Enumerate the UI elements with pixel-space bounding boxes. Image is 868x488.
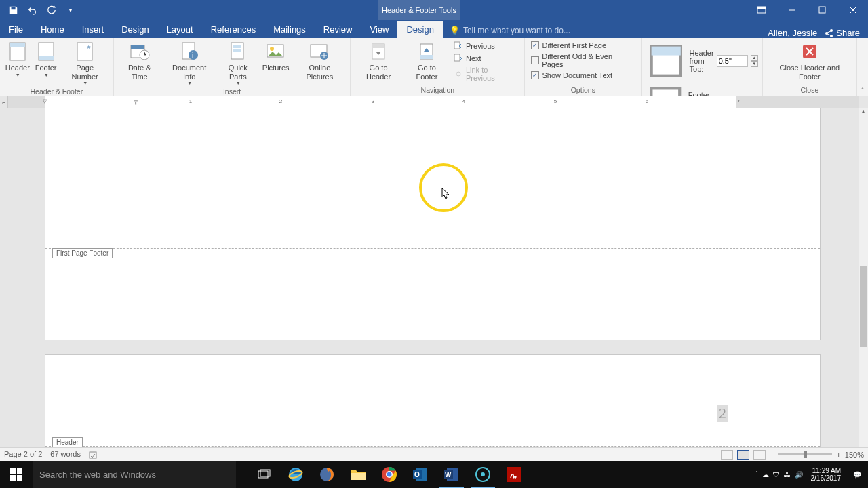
close-header-footer-button[interactable]: Close Header and Footer bbox=[766, 39, 854, 82]
document-area[interactable]: First Page Footer 2 Header Analysis of t… bbox=[0, 108, 868, 461]
ruler-number: 2 bbox=[279, 98, 282, 104]
page-number-field[interactable]: 2 bbox=[717, 405, 728, 422]
minimize-button[interactable] bbox=[776, 0, 807, 20]
word-icon[interactable]: W bbox=[437, 461, 467, 488]
page-2: 2 Header Analysis of the Flux Capacitor … bbox=[45, 354, 821, 461]
scrollbar-thumb[interactable] bbox=[860, 266, 867, 347]
show-doc-text-checkbox[interactable]: Show Document Text bbox=[529, 70, 637, 80]
header-label: Header bbox=[52, 437, 83, 447]
lightbulb-icon: 💡 bbox=[450, 26, 460, 35]
next-icon bbox=[454, 54, 463, 63]
proofing-icon[interactable] bbox=[89, 450, 98, 460]
date-time-button[interactable]: Date & Time bbox=[117, 39, 163, 82]
spinner[interactable]: ▲▼ bbox=[751, 55, 758, 67]
web-layout-button[interactable] bbox=[753, 450, 766, 460]
status-bar: Page 2 of 2 67 words − + 150% bbox=[0, 447, 868, 461]
next-button[interactable]: Next bbox=[452, 53, 520, 64]
goto-header-button[interactable]: Go to Header bbox=[353, 39, 403, 82]
notifications-icon[interactable]: 💬 bbox=[849, 471, 865, 479]
goto-footer-button[interactable]: Go to Footer bbox=[403, 39, 450, 82]
group-label-options: Options bbox=[528, 86, 638, 96]
maximize-button[interactable] bbox=[807, 0, 837, 20]
tab-home[interactable]: Home bbox=[32, 21, 73, 38]
zoom-level[interactable]: 150% bbox=[845, 451, 864, 459]
page-status[interactable]: Page 2 of 2 bbox=[4, 450, 42, 460]
horizontal-ruler[interactable]: ▽ ╦ 1234567 bbox=[8, 96, 859, 108]
start-button[interactable] bbox=[0, 461, 33, 488]
first-page-footer-zone[interactable]: First Page Footer bbox=[45, 248, 820, 340]
checkbox-icon bbox=[531, 56, 539, 64]
qat-customize-icon[interactable]: ▾ bbox=[62, 2, 79, 18]
taskbar-search[interactable]: Search the web and Windows bbox=[33, 461, 236, 488]
share-button[interactable]: Share bbox=[824, 28, 860, 38]
header-from-top-input[interactable] bbox=[717, 55, 748, 67]
previous-button[interactable]: Previous bbox=[452, 41, 520, 52]
svg-rect-10 bbox=[10, 43, 25, 47]
tab-hf-design[interactable]: Design bbox=[397, 21, 442, 38]
document-info-button[interactable]: iDocument Info▼ bbox=[163, 39, 216, 87]
svg-text:W: W bbox=[445, 471, 452, 479]
ribbon-display-icon[interactable] bbox=[746, 0, 776, 20]
zoom-slider[interactable] bbox=[778, 453, 832, 455]
svg-rect-43 bbox=[10, 475, 16, 481]
online-pictures-button[interactable]: Online Pictures bbox=[292, 39, 347, 82]
diff-odd-even-checkbox[interactable]: Different Odd & Even Pages bbox=[529, 52, 637, 69]
file-explorer-icon[interactable] bbox=[343, 461, 373, 488]
security-icon[interactable]: 🛡 bbox=[773, 471, 780, 479]
tab-design[interactable]: Design bbox=[113, 21, 157, 38]
collapse-ribbon-icon[interactable]: ˆ bbox=[857, 38, 868, 96]
header-from-top-row: Header from Top: ▲▼ bbox=[646, 41, 757, 81]
tab-insert[interactable]: Insert bbox=[73, 21, 113, 38]
pictures-button[interactable]: Pictures bbox=[260, 39, 292, 74]
tab-mailings[interactable]: Mailings bbox=[264, 21, 315, 38]
print-layout-button[interactable] bbox=[737, 450, 749, 460]
svg-rect-23 bbox=[233, 49, 241, 52]
vertical-scrollbar[interactable]: ▲ ▼ bbox=[859, 108, 868, 461]
read-mode-button[interactable] bbox=[721, 450, 733, 460]
tab-layout[interactable]: Layout bbox=[158, 21, 202, 38]
svg-rect-12 bbox=[39, 56, 54, 60]
camtasia-icon[interactable] bbox=[468, 461, 498, 488]
svg-rect-32 bbox=[454, 42, 460, 49]
tab-review[interactable]: Review bbox=[315, 21, 361, 38]
link-icon bbox=[454, 69, 463, 79]
outlook-icon[interactable]: O bbox=[406, 461, 435, 488]
quick-parts-button[interactable]: Quick Parts▼ bbox=[216, 39, 260, 87]
quick-parts-icon bbox=[227, 41, 249, 62]
tab-references[interactable]: References bbox=[202, 21, 264, 38]
chrome-icon[interactable] bbox=[374, 461, 404, 488]
acrobat-icon[interactable] bbox=[499, 461, 529, 488]
page-number-icon: # bbox=[74, 41, 96, 62]
ruler: ⌐ ▽ ╦ 1234567 bbox=[0, 96, 868, 108]
diff-first-checkbox[interactable]: Different First Page bbox=[529, 41, 637, 50]
share-icon bbox=[824, 28, 833, 38]
firefox-icon[interactable] bbox=[312, 461, 342, 488]
save-icon[interactable] bbox=[5, 2, 22, 18]
volume-icon[interactable]: 🔊 bbox=[795, 471, 803, 479]
undo-icon[interactable] bbox=[24, 2, 41, 18]
footer-button[interactable]: Footer▼ bbox=[33, 39, 60, 79]
zoom-in-button[interactable]: + bbox=[836, 451, 840, 459]
header-zone[interactable]: 2 Header bbox=[45, 355, 820, 447]
ruler-margin-icon: ▽ bbox=[43, 98, 47, 104]
svg-rect-62 bbox=[507, 467, 521, 482]
windows-icon bbox=[10, 468, 22, 481]
ie-icon[interactable] bbox=[281, 461, 311, 488]
clock[interactable]: 11:29 AM 2/16/2017 bbox=[807, 467, 846, 482]
tab-view[interactable]: View bbox=[361, 21, 397, 38]
zoom-out-button[interactable]: − bbox=[770, 451, 774, 459]
close-button[interactable] bbox=[837, 0, 868, 20]
network-icon[interactable]: 🖧 bbox=[784, 471, 791, 479]
user-name[interactable]: Allen, Jessie bbox=[768, 28, 817, 38]
tab-selector[interactable]: ⌐ bbox=[0, 96, 8, 108]
tell-me-box[interactable]: 💡 Tell me what you want to do... bbox=[443, 23, 768, 38]
header-button[interactable]: Header▼ bbox=[3, 39, 33, 79]
word-count[interactable]: 67 words bbox=[50, 450, 81, 460]
redo-icon[interactable] bbox=[43, 2, 60, 18]
scroll-up-icon[interactable]: ▲ bbox=[859, 108, 868, 118]
task-view-icon[interactable] bbox=[250, 461, 279, 488]
page-number-button[interactable]: #Page Number▼ bbox=[60, 39, 111, 87]
tab-file[interactable]: File bbox=[0, 21, 32, 38]
onedrive-icon[interactable]: ☁ bbox=[762, 471, 769, 479]
tray-expand-icon[interactable]: ˆ bbox=[755, 471, 757, 479]
